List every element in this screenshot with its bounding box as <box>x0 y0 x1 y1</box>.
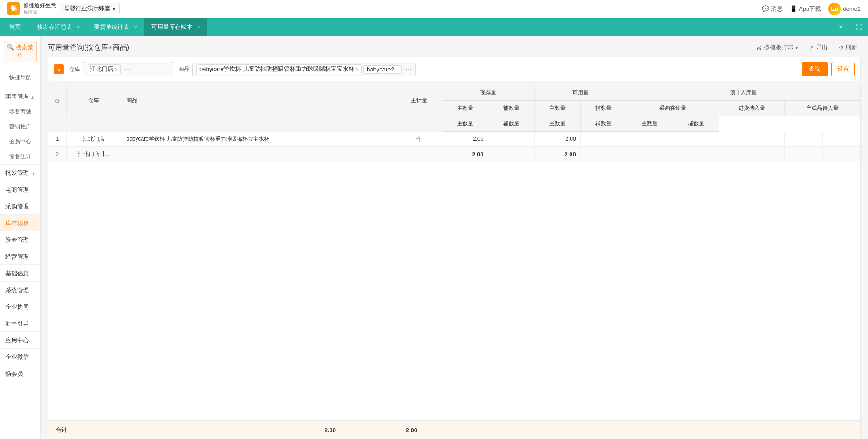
sidebar-section-ecommerce: 电商管理 <box>0 181 40 198</box>
sidebar-section-wholesale-header[interactable]: 批发管理 ▾ <box>0 165 40 181</box>
nav-close-btn[interactable]: × <box>832 18 850 36</box>
content-area: 可用量查询(按仓库+商品) 🖨 按模板打印 ▾ ↗ 导出 ↺ 刷新 <box>41 36 868 439</box>
warehouse-filter: 仓库 江北门店 × ··· <box>69 62 173 76</box>
sidebar-section-enterprise-header[interactable]: 企业协同 <box>0 298 40 315</box>
sidebar-section-basic-header[interactable]: 基础信息 <box>0 265 40 281</box>
sidebar-section-inventory-header[interactable]: 库存核算 <box>0 215 40 231</box>
th-avail-main: 主数量 <box>534 101 580 116</box>
tab-available-stock[interactable]: 可用量库存账本 × <box>144 18 207 36</box>
td-purchased-aux-2 <box>673 146 719 162</box>
td-production-aux-1 <box>822 132 860 147</box>
th-incoming-pending: 进货待入量 <box>719 101 785 116</box>
sidebar-section-wholesale: 批发管理 ▾ <box>0 165 40 181</box>
warehouse-input-area[interactable]: 江北门店 × ··· <box>83 62 173 76</box>
sidebar-section-appcenter-header[interactable]: 应用中心 <box>0 332 40 348</box>
sidebar-item-retail-mall[interactable]: 零售商城 <box>0 104 40 119</box>
sidebar-section-operations-header[interactable]: 经营管理 <box>0 248 40 264</box>
query-btn[interactable]: 查询 <box>802 62 828 76</box>
product-filter: 商品 babycare学饮杯 儿童防摔防撞吸管杯重力球吸嘴杯宝宝水杯 × bab… <box>179 62 416 76</box>
app-download-btn[interactable]: 📱 App下载 <box>790 5 821 13</box>
data-table: ⚙ 仓库 商品 主计量 现存量 可用量 预计入库量 主数量 辅数量 <box>48 85 860 162</box>
warehouse-filter-label: 仓库 <box>69 66 80 73</box>
gear-icon[interactable]: ⚙ <box>54 97 60 104</box>
export-btn[interactable]: ↗ 导出 <box>806 42 831 53</box>
refresh-label: 刷新 <box>845 43 857 52</box>
nav-expand-btn[interactable]: ⛶ <box>850 18 868 36</box>
export-icon: ↗ <box>809 44 814 51</box>
industry-selector[interactable]: 母婴行业演示账套 ▾ <box>60 3 120 14</box>
sidebar-item-members[interactable]: 会员中心 <box>0 134 40 149</box>
sidebar-section-finance-header[interactable]: 资金管理 <box>0 231 40 248</box>
sidebar-section-member-header[interactable]: 畅会员 <box>0 365 40 382</box>
td-unit-2 <box>396 146 442 162</box>
table-scroll[interactable]: ⚙ 仓库 商品 主计量 现存量 可用量 预计入库量 主数量 辅数量 <box>48 85 860 420</box>
home-tab-label: 首页 <box>9 23 21 31</box>
retail-section-arrow: ▲ <box>30 94 35 99</box>
user-info[interactable]: Ea demo2 <box>828 3 861 15</box>
th-available: 可用量 <box>534 85 627 101</box>
warehouse-tag-1: 江北门店 × <box>87 64 121 74</box>
td-unit-1: 个 <box>396 132 442 147</box>
receipts-tab-close[interactable]: × <box>77 24 80 30</box>
print-icon: 🖨 <box>756 44 762 51</box>
inventory-label: 库存核算 <box>5 219 29 227</box>
sidebar-section-appcenter: 应用中心 <box>0 332 40 349</box>
wholesale-arrow: ▾ <box>33 171 35 176</box>
sidebar-section-purchase-header[interactable]: 采购管理 <box>0 198 40 214</box>
sidebar-item-marketing[interactable]: 营销推广 <box>0 119 40 134</box>
warehouse-tag-close[interactable]: × <box>115 67 118 72</box>
order-stats-tab-close[interactable]: × <box>134 24 137 30</box>
table-header-row-3: 主数量 辅数量 主数量 辅数量 主数量 辅数量 <box>48 116 860 132</box>
sidebar-section-inventory: 库存核算 <box>0 215 40 231</box>
th-planned-inbound: 预计入库量 <box>627 85 860 101</box>
footer-stock-main: 2.00 <box>291 427 336 434</box>
td-avail-aux-1 <box>580 132 627 147</box>
message-btn[interactable]: 💬 消息 <box>762 5 783 13</box>
logo-icon: 畅 <box>7 2 20 15</box>
settings-btn[interactable]: 设置 <box>831 62 855 76</box>
sidebar-section-ecommerce-header[interactable]: 电商管理 <box>0 181 40 198</box>
tab-order-stats[interactable]: 要货单统计表 × <box>87 18 144 36</box>
td-production-main-1 <box>785 132 822 147</box>
table-area: ⚙ 仓库 商品 主计量 现存量 可用量 预计入库量 主数量 辅数量 <box>48 85 861 439</box>
search-icon: 🔍 <box>7 44 14 51</box>
sidebar-section-newguide-header[interactable]: 新手引导 <box>0 315 40 331</box>
print-dropdown-icon: ▾ <box>795 44 798 51</box>
tab-receipts[interactable]: 收发存汇总表 × <box>30 18 87 36</box>
brand-info: 畅捷通好生意 标准版 <box>24 2 56 15</box>
sidebar-section-wechat-header[interactable]: 企业微信 <box>0 349 40 365</box>
quick-nav-btn[interactable]: 快捷导航 <box>4 71 37 84</box>
search-menu-btn[interactable]: 🔍 搜索菜单 <box>4 41 37 62</box>
footer-label: 合计 <box>56 426 291 434</box>
page-header: 可用量查询(按仓库+商品) 🖨 按模板打印 ▾ ↗ 导出 ↺ 刷新 <box>41 36 868 57</box>
th-incoming-main: 主数量 <box>534 116 580 132</box>
th-production-main: 主数量 <box>627 116 673 132</box>
product-filter-dots[interactable]: ··· <box>406 65 411 73</box>
th-settings[interactable]: ⚙ <box>48 85 66 116</box>
td-avail-aux-2 <box>580 146 627 162</box>
warehouse-filter-dots[interactable]: ··· <box>124 65 130 73</box>
product-tag-1: babycare学饮杯 儿童防摔防撞吸管杯重力球吸嘴杯宝宝水杯 × <box>196 64 362 74</box>
td-index-1: 1 <box>48 132 66 147</box>
tab-home[interactable]: 首页 <box>0 18 30 36</box>
td-stock-aux-1 <box>488 132 534 147</box>
filter-actions: 查询 设置 <box>802 62 855 76</box>
template-print-label: 按模板打印 <box>764 43 793 52</box>
nav-tabs: 首页 收发存汇总表 × 要货单统计表 × 可用量库存账本 × × ⛶ <box>0 18 868 36</box>
refresh-btn[interactable]: ↺ 刷新 <box>835 42 861 53</box>
table-subtotal-row: 2 江北门店【... 2.00 2.00 <box>48 146 860 162</box>
table-footer: 合计 2.00 2.00 <box>48 420 860 439</box>
product-tag-1-close[interactable]: × <box>356 67 359 72</box>
template-print-btn[interactable]: 🖨 按模板打印 ▾ <box>753 42 802 53</box>
sidebar-section-retail-header[interactable]: 零售管理 ▲ <box>0 88 40 104</box>
search-menu-label: 搜索菜单 <box>16 44 33 59</box>
sidebar-item-retail-stats[interactable]: 零售统计 <box>0 149 40 164</box>
available-stock-tab-close[interactable]: × <box>197 24 200 30</box>
receipts-tab-label: 收发存汇总表 <box>37 23 72 31</box>
sidebar-section-wechat: 企业微信 <box>0 349 40 365</box>
filter-expand-btn[interactable]: » <box>54 64 64 74</box>
product-input-area[interactable]: babycare学饮杯 儿童防摔防撞吸管杯重力球吸嘴杯宝宝水杯 × babyca… <box>192 62 416 76</box>
sidebar-section-system-header[interactable]: 系统管理 <box>0 282 40 298</box>
filter-bar: » 仓库 江北门店 × ··· 商品 babycare学饮杯 儿童防摔防撞吸管杯… <box>48 57 861 81</box>
brand-sub: 标准版 <box>24 9 56 15</box>
